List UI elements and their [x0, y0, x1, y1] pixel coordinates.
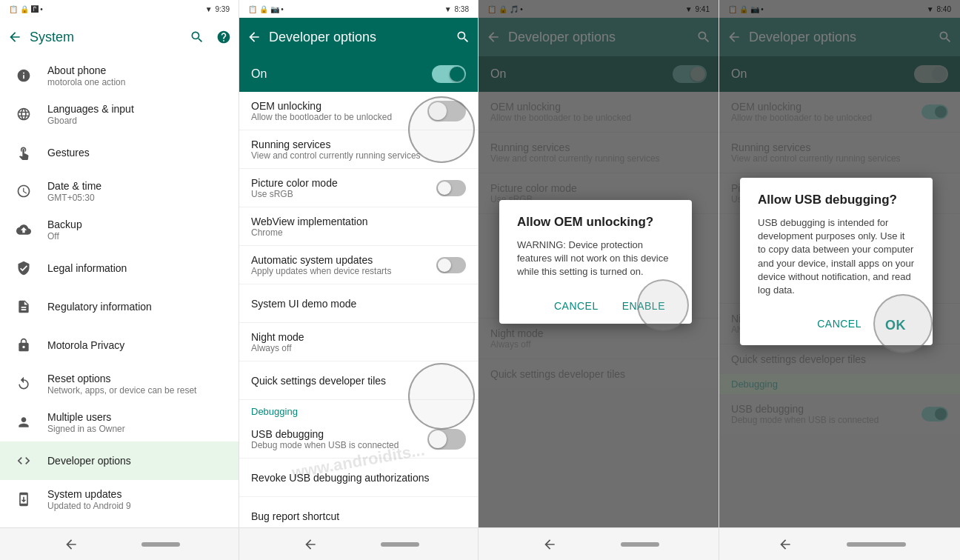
settings-item-about[interactable]: About phone motorola one action: [0, 56, 239, 95]
status-bar-2: 📋 🔒 📷 • ▼ 8:38: [239, 0, 478, 18]
main-toggle[interactable]: [432, 65, 466, 83]
autoupdate-subtitle: Apply updates when device restarts: [251, 266, 436, 276]
developer-title: Developer options: [47, 455, 131, 467]
oem-enable-button[interactable]: Enable: [613, 294, 674, 318]
picture-toggle-knob: [438, 181, 451, 195]
users-title: Multiple users: [47, 411, 125, 423]
wifi-icon-2: ▼: [444, 5, 452, 13]
backup-subtitle: Off: [47, 231, 82, 241]
usb-dialog: Allow USB debugging? USB debugging is in…: [740, 178, 933, 345]
oem-dialog-body: WARNING: Device protection features will…: [517, 239, 674, 279]
back-nav-2[interactable]: [299, 533, 322, 556]
status-icons-left: 📋 🔒 🅿 •: [9, 5, 43, 13]
settings-item-regulatory[interactable]: Regulatory information: [0, 287, 239, 326]
dev-item-night[interactable]: Night mode Always off: [239, 323, 478, 361]
home-indicator-1: [141, 542, 180, 547]
updates-title: System updates: [47, 488, 131, 500]
night-subtitle: Always off: [251, 343, 466, 353]
oem-dialog-title: Allow OEM unlocking?: [517, 215, 674, 230]
webview-title: WebView implementation: [251, 216, 466, 227]
backup-title: Backup: [47, 219, 82, 230]
circle-oem: [408, 96, 475, 163]
settings-item-developer[interactable]: Developer options: [0, 441, 239, 480]
regulatory-title: Regulatory information: [47, 301, 152, 313]
dev-item-uidemo[interactable]: System UI demo mode: [239, 284, 478, 323]
usb-subtitle: Debug mode when USB is connected: [251, 440, 427, 450]
search-button-2[interactable]: [454, 28, 472, 46]
reset-title: Reset options: [47, 373, 196, 384]
settings-item-legal[interactable]: Legal information: [0, 249, 239, 287]
settings-item-privacy[interactable]: Motorola Privacy: [0, 326, 239, 364]
back-nav-3[interactable]: [538, 533, 561, 556]
settings-item-updates[interactable]: System updates Updated to Android 9: [0, 480, 239, 519]
dev-item-webview[interactable]: WebView implementation Chrome: [239, 207, 478, 246]
top-bar-icons-1: [188, 28, 233, 46]
settings-list-1: About phone motorola one action Language…: [0, 56, 239, 527]
page-title-2: Developer options: [269, 30, 454, 45]
panel-developer: 📋 🔒 📷 • ▼ 8:38 Developer options On OEM …: [239, 0, 479, 560]
status-icons-right-2: ▼ 8:38: [444, 5, 469, 13]
usb-cancel-button[interactable]: Cancel: [808, 312, 870, 339]
ok-circle: [873, 294, 933, 353]
status-icons-right: ▼ 9:39: [205, 5, 230, 13]
dev-item-bug[interactable]: Bug report shortcut: [239, 497, 478, 527]
usb-toggle[interactable]: [427, 429, 466, 450]
updates-icon: [12, 487, 36, 511]
oem-cancel-button[interactable]: Cancel: [545, 294, 607, 318]
usb-ok-button[interactable]: OK: [876, 312, 915, 339]
back-nav-1[interactable]: [59, 533, 83, 556]
dev-item-autoupdate[interactable]: Automatic system updates Apply updates w…: [239, 246, 478, 284]
panel-system: 📋 🔒 🅿 • ▼ 9:39 System About ph: [0, 0, 239, 560]
settings-item-gestures[interactable]: Gestures: [0, 133, 239, 172]
panel-usb-dialog: 📋 🔒 📷 • ▼ 8:40 Developer options On OEM …: [719, 0, 960, 560]
home-indicator-2: [381, 542, 419, 547]
regulatory-icon: [12, 295, 36, 319]
reset-icon: [12, 372, 36, 396]
datetime-title: Date & time: [47, 180, 101, 192]
settings-item-users[interactable]: Multiple users Signed in as Owner: [0, 403, 239, 441]
about-icon: [12, 64, 36, 87]
bug-title: Bug report shortcut: [251, 510, 466, 522]
datetime-icon: [12, 179, 36, 203]
top-bar-2: Developer options: [239, 18, 478, 56]
dev-item-picture[interactable]: Picture color mode Use sRGB: [239, 169, 478, 207]
bottom-nav-1: [0, 527, 239, 560]
help-button-1[interactable]: [215, 28, 233, 46]
usb-title: USB debugging: [251, 428, 427, 440]
picture-toggle[interactable]: [436, 180, 466, 196]
debugging-label: Debugging: [251, 406, 298, 417]
language-title: Languages & input: [47, 103, 134, 115]
updates-subtitle: Updated to Android 9: [47, 501, 131, 511]
search-button-1[interactable]: [188, 28, 206, 46]
home-indicator-3: [621, 542, 659, 547]
webview-subtitle: Chrome: [251, 227, 466, 238]
back-nav-4[interactable]: [773, 533, 797, 556]
time-1: 9:39: [216, 5, 230, 13]
back-button-2[interactable]: [245, 28, 263, 46]
privacy-icon: [12, 333, 36, 357]
bottom-nav-4: [719, 527, 960, 560]
circle-usb: [408, 363, 475, 430]
settings-item-backup[interactable]: Backup Off: [0, 210, 239, 249]
back-button-1[interactable]: [6, 28, 24, 46]
settings-item-reset[interactable]: Reset options Network, apps, or device c…: [0, 364, 239, 403]
datetime-subtitle: GMT+05:30: [47, 193, 101, 203]
autoupdate-toggle[interactable]: [436, 257, 466, 273]
usb-dialog-buttons: Cancel OK: [758, 309, 915, 339]
picture-subtitle: Use sRGB: [251, 189, 436, 199]
users-subtitle: Signed in as Owner: [47, 424, 125, 434]
autoupdate-title: Automatic system updates: [251, 254, 436, 266]
language-subtitle: Gboard: [47, 116, 134, 126]
dev-item-revoke[interactable]: Revoke USB debugging authorizations: [239, 459, 478, 497]
status-bar-1: 📋 🔒 🅿 • ▼ 9:39: [0, 0, 239, 18]
night-title: Night mode: [251, 331, 466, 343]
enable-circle: [637, 279, 689, 331]
wifi-icon: ▼: [205, 5, 213, 13]
oem-dialog-buttons: Cancel Enable: [517, 291, 674, 318]
oem-subtitle: Allow the bootloader to be unlocked: [251, 112, 427, 122]
uidemo-title: System UI demo mode: [251, 298, 466, 310]
about-title: About phone: [47, 64, 125, 76]
settings-item-datetime[interactable]: Date & time GMT+05:30: [0, 172, 239, 210]
settings-item-language[interactable]: Languages & input Gboard: [0, 95, 239, 133]
autoupdate-toggle-knob: [438, 259, 451, 272]
